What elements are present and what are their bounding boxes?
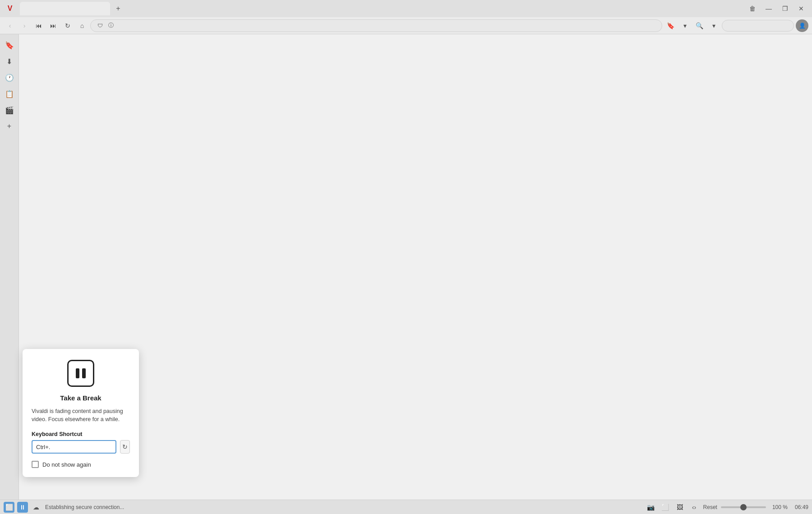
address-input[interactable] xyxy=(118,22,656,29)
reload-button[interactable]: ↻ xyxy=(61,19,74,32)
do-not-show-row: Do not show again xyxy=(32,461,91,468)
popup-title: Take a Break xyxy=(60,394,101,402)
zoom-control xyxy=(721,506,766,508)
search-button[interactable]: 🔍 xyxy=(693,19,706,32)
add-panel-button[interactable]: + xyxy=(2,119,17,133)
search-dropdown[interactable]: ▾ xyxy=(707,19,720,32)
bookmarks-icon[interactable]: 🔖 xyxy=(2,38,17,52)
status-icon-tab[interactable]: ⬜ xyxy=(4,502,14,513)
new-tab-button[interactable]: + xyxy=(112,2,125,15)
clock: 06:49 xyxy=(795,504,808,510)
toolbar: ‹ › ⏮ ⏭ ↻ ⌂ 🛡 ⓘ 🔖 ▾ 🔍 ▾ 👤 xyxy=(0,17,812,34)
shortcut-label: Keyboard Shortcut xyxy=(32,431,83,437)
shortcut-row: ↻ xyxy=(32,440,130,454)
active-tab[interactable] xyxy=(20,2,110,15)
window-icon[interactable]: ⬜ xyxy=(660,502,671,513)
status-icon-break[interactable]: ⏸ xyxy=(17,502,28,513)
first-tab-button[interactable]: ⏮ xyxy=(32,19,45,32)
title-bar: V + 🗑 — ❐ ✕ xyxy=(0,0,812,17)
notes-icon[interactable]: 📋 xyxy=(2,87,17,101)
image-icon[interactable]: 🖼 xyxy=(674,502,685,513)
maximize-button[interactable]: ❐ xyxy=(778,1,792,16)
forward-button[interactable]: › xyxy=(18,19,31,32)
close-button[interactable]: ✕ xyxy=(794,1,808,16)
reset-shortcut-button[interactable]: ↻ xyxy=(120,440,130,454)
status-icons-left: ⬜ ⏸ ☁ xyxy=(4,502,42,513)
search-input[interactable] xyxy=(722,20,794,32)
zoom-thumb[interactable] xyxy=(740,504,747,510)
back-button[interactable]: ‹ xyxy=(4,19,16,32)
vivaldi-logo[interactable]: V xyxy=(4,2,16,15)
status-text: Establishing secure connection... xyxy=(45,504,642,510)
shield-icon: 🛡 xyxy=(96,22,104,30)
status-right: 📷 ⬜ 🖼 ‹› Reset 100 % 06:49 xyxy=(646,502,808,513)
downloads-icon[interactable]: ⬇ xyxy=(2,54,17,69)
do-not-show-label: Do not show again xyxy=(42,461,91,468)
bookmark-dropdown[interactable]: ▾ xyxy=(678,19,691,32)
reset-label[interactable]: Reset xyxy=(703,504,717,510)
home-button[interactable]: ⌂ xyxy=(76,19,88,32)
zoom-slider[interactable] xyxy=(721,506,766,508)
code-icon[interactable]: ‹› xyxy=(689,502,700,513)
status-bar: ⬜ ⏸ ☁ Establishing secure connection... … xyxy=(0,500,812,514)
main-layout: 🔖 ⬇ 🕐 📋 🎬 + Take a Break Vivaldi is fadi… xyxy=(0,34,812,500)
bookmark-area: 🔖 ▾ xyxy=(664,19,691,32)
zoom-level: 100 % xyxy=(770,504,788,510)
tab-bar: + xyxy=(20,2,743,15)
history-icon[interactable]: 🕐 xyxy=(2,70,17,85)
bookmark-button[interactable]: 🔖 xyxy=(664,19,677,32)
search-area: 🔍 ▾ xyxy=(693,19,794,32)
trash-button[interactable]: 🗑 xyxy=(745,1,760,16)
info-icon: ⓘ xyxy=(107,22,115,30)
do-not-show-checkbox[interactable] xyxy=(32,461,39,468)
sidebar: 🔖 ⬇ 🕐 📋 🎬 + xyxy=(0,34,19,500)
content-area: Take a Break Vivaldi is fading content a… xyxy=(19,34,812,500)
pause-bar-right xyxy=(82,368,86,378)
pause-icon xyxy=(67,360,94,387)
take-a-break-popup: Take a Break Vivaldi is fading content a… xyxy=(23,349,139,477)
last-tab-button[interactable]: ⏭ xyxy=(47,19,60,32)
status-icon-cloud[interactable]: ☁ xyxy=(31,502,42,513)
pause-bars xyxy=(76,368,86,378)
capture-icon[interactable]: 🎬 xyxy=(2,103,17,117)
camera-icon[interactable]: 📷 xyxy=(646,502,656,513)
profile-button[interactable]: 👤 xyxy=(796,19,808,32)
pause-bar-left xyxy=(76,368,79,378)
shortcut-input[interactable] xyxy=(32,440,116,454)
address-bar: 🛡 ⓘ xyxy=(90,19,662,32)
popup-description: Vivaldi is fading content and pausing vi… xyxy=(32,407,130,424)
window-controls: 🗑 — ❐ ✕ xyxy=(745,1,808,16)
minimize-button[interactable]: — xyxy=(761,1,776,16)
